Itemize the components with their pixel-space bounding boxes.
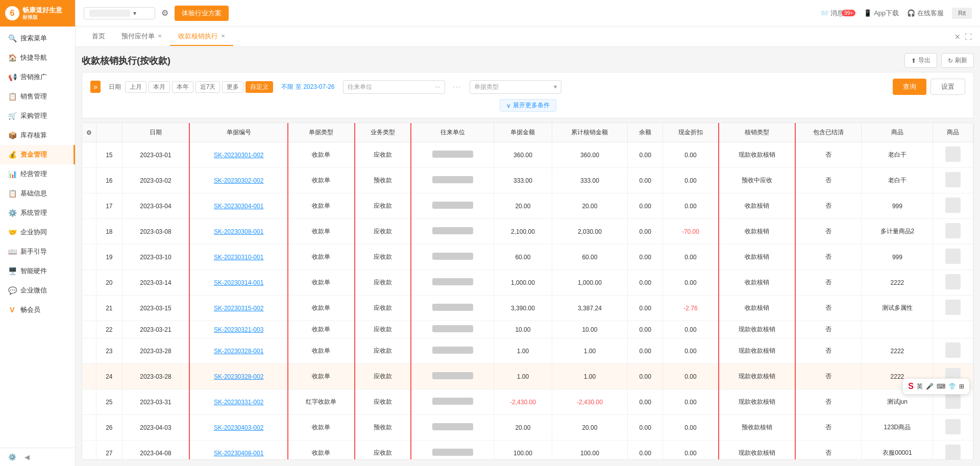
cell-bill-type: 收款单 bbox=[288, 244, 354, 270]
cell-accum-amount: 100.00 bbox=[552, 440, 628, 460]
cell-date: 2023-03-28 bbox=[122, 364, 189, 389]
sidebar-item-member[interactable]: V 畅会员 bbox=[0, 300, 75, 320]
more-btn[interactable]: 更多 bbox=[222, 81, 243, 93]
bill-no-link[interactable]: SK-20230328-001 bbox=[214, 348, 263, 355]
tab-prepay-close[interactable]: ✕ bbox=[158, 33, 162, 39]
keyboard-icon[interactable]: ⌨ bbox=[937, 383, 945, 390]
phone-icon: 📱 bbox=[864, 9, 872, 17]
bill-no-link[interactable]: SK-20230304-001 bbox=[214, 203, 263, 210]
tab-collect-exec[interactable]: 收款核销执行 ✕ bbox=[170, 28, 233, 46]
sidebar-item-quick-nav[interactable]: 🏠 快捷导航 bbox=[0, 48, 75, 67]
tab-prepay[interactable]: 预付应付单 ✕ bbox=[113, 28, 170, 46]
wechat-icon: 💬 bbox=[8, 286, 16, 295]
cell-seq: 27 bbox=[96, 440, 122, 460]
bill-no-link[interactable]: SK-20230310-001 bbox=[214, 254, 263, 261]
cell-balance: 0.00 bbox=[628, 389, 663, 415]
bill-type-filter[interactable]: 单据类型 ▾ bbox=[470, 80, 561, 94]
bill-no-link[interactable]: SK-20230331-002 bbox=[214, 399, 263, 406]
bill-no-link[interactable]: SK-20230328-002 bbox=[214, 373, 263, 380]
th-bill-no: 单据编号 bbox=[189, 123, 288, 142]
bill-no-link[interactable]: SK-20230321-003 bbox=[214, 326, 263, 333]
column-settings-icon[interactable]: ⚙ bbox=[86, 129, 92, 136]
custom-btn[interactable]: 自定义 bbox=[246, 81, 273, 93]
cell-partner bbox=[411, 389, 494, 415]
sidebar-settings-btn[interactable]: ⚙️ bbox=[8, 453, 16, 461]
th-cash-discount: 现金折扣 bbox=[663, 123, 719, 142]
tab-prepay-label: 预付应付单 bbox=[121, 32, 155, 41]
page-content: 收款核销执行(按收款) ⬆ 导出 ↻ 刷新 » 日期 bbox=[76, 47, 980, 466]
cell-seq: 23 bbox=[96, 338, 122, 364]
sidebar-item-operations[interactable]: 📊 经营管理 bbox=[0, 164, 75, 184]
this-year-btn[interactable]: 本年 bbox=[172, 81, 193, 93]
tab-expand-icon[interactable]: ⛶ bbox=[965, 33, 972, 41]
sidebar-collapse-btn[interactable]: ◀ bbox=[24, 453, 30, 461]
sidebar-item-enterprise[interactable]: 🤝 企业协同 bbox=[0, 223, 75, 242]
query-button[interactable]: 查询 bbox=[893, 79, 926, 95]
sidebar-item-hardware[interactable]: 🖥️ 智能硬件 bbox=[0, 261, 75, 281]
cell-product1: 2222 bbox=[862, 270, 933, 296]
app-download-item[interactable]: 📱 App下载 bbox=[864, 9, 899, 18]
bill-no-link[interactable]: SK-20230302-002 bbox=[214, 177, 263, 184]
expand-more-btn[interactable]: ∨ 展开更多条件 bbox=[500, 99, 556, 112]
filter-expand-toggle[interactable]: » bbox=[90, 81, 101, 93]
cell-settings bbox=[82, 168, 96, 193]
export-button[interactable]: ⬆ 导出 bbox=[904, 53, 937, 68]
setting-button[interactable]: 设置 bbox=[930, 79, 965, 95]
cell-settings bbox=[82, 270, 96, 296]
sidebar-item-guide[interactable]: 📖 新手引导 bbox=[0, 242, 75, 261]
sidebar-item-inventory[interactable]: 📦 库存核算 bbox=[0, 126, 75, 145]
sidebar-item-purchase[interactable]: 🛒 采购管理 bbox=[0, 106, 75, 126]
cell-balance: 0.00 bbox=[628, 193, 663, 219]
th-settings[interactable]: ⚙ bbox=[82, 123, 96, 142]
cell-include-settled: 否 bbox=[795, 270, 862, 296]
online-service-item[interactable]: 🎧 在线客服 bbox=[907, 9, 944, 18]
messages-item[interactable]: 📨 消息 99+ bbox=[820, 9, 855, 18]
sidebar-label-finance: 资金管理 bbox=[20, 150, 47, 159]
cell-partner bbox=[411, 270, 494, 296]
bill-no-link[interactable]: SK-20230403-002 bbox=[214, 424, 263, 431]
refresh-button[interactable]: ↻ 刷新 bbox=[941, 53, 974, 68]
bill-no-link[interactable]: SK-20230308-001 bbox=[214, 228, 263, 235]
sidebar-item-basic[interactable]: 📋 基础信息 bbox=[0, 184, 75, 203]
last-month-btn[interactable]: 上月 bbox=[125, 81, 146, 93]
sidebar-label-guide: 新手引导 bbox=[20, 247, 47, 256]
main-area: ▾ ⚙ 体验行业方案 📨 消息 99+ 📱 App下载 🎧 在线客服 Rit bbox=[76, 0, 980, 466]
cell-biz-type: 应收款 bbox=[355, 389, 411, 415]
sidebar-bottom: ⚙️ ◀ bbox=[0, 448, 75, 466]
sidebar-item-wechat[interactable]: 💬 企业微信 bbox=[0, 281, 75, 300]
cell-bill-no: SK-20230308-001 bbox=[189, 219, 288, 244]
date-range-display: 不限 至 2023-07-26 bbox=[281, 83, 334, 91]
this-month-btn[interactable]: 本月 bbox=[149, 81, 170, 93]
bill-no-link[interactable]: SK-20230315-002 bbox=[214, 305, 263, 312]
user-label[interactable]: Rit bbox=[952, 8, 972, 19]
sidebar-item-finance[interactable]: 💰 资金管理 bbox=[0, 145, 75, 164]
tab-close-all-icon[interactable]: ✕ bbox=[954, 33, 961, 41]
cell-cash-discount: -70.00 bbox=[663, 219, 719, 244]
selector-chevron-icon: ▾ bbox=[133, 10, 136, 17]
cell-cancel-type: 现款收款核销 bbox=[719, 338, 795, 364]
grid-icon[interactable]: ⊞ bbox=[959, 383, 964, 390]
tab-collect-close[interactable]: ✕ bbox=[221, 33, 225, 39]
last-7days-btn[interactable]: 近7天 bbox=[195, 81, 220, 93]
cell-bill-amount: 20.00 bbox=[494, 193, 552, 219]
app-name: 畅康道好生意 bbox=[22, 6, 62, 14]
cell-biz-type: 应收款 bbox=[355, 193, 411, 219]
sidebar-item-sales[interactable]: 📋 销售管理 bbox=[0, 87, 75, 106]
bill-no-link[interactable]: SK-20230301-002 bbox=[214, 152, 263, 159]
sidebar-item-system[interactable]: ⚙️ 系统管理 bbox=[0, 203, 75, 223]
shirt-icon[interactable]: 👕 bbox=[948, 383, 956, 390]
bill-no-link[interactable]: SK-20230408-001 bbox=[214, 450, 263, 457]
tab-home[interactable]: 首页 bbox=[84, 28, 113, 46]
sidebar-item-marketing[interactable]: 📢 营销推广 bbox=[0, 67, 75, 87]
sidebar-label-purchase: 采购管理 bbox=[20, 111, 47, 120]
bill-no-link[interactable]: SK-20230314-001 bbox=[214, 279, 263, 286]
solution-button[interactable]: 体验行业方案 bbox=[175, 6, 229, 21]
cell-bill-type: 收款单 bbox=[288, 193, 354, 219]
partner-filter[interactable]: 往来单位 ··· bbox=[343, 80, 445, 94]
filter-date-btns: 上月 本月 本年 近7天 更多 自定义 bbox=[125, 81, 274, 93]
gear-icon[interactable]: ⚙ bbox=[161, 8, 168, 18]
enterprise-icon: 🤝 bbox=[8, 228, 16, 236]
company-selector[interactable]: ▾ bbox=[84, 7, 155, 19]
mic-icon[interactable]: 🎤 bbox=[926, 383, 934, 390]
sidebar-item-search[interactable]: 🔍 搜索菜单 bbox=[0, 29, 75, 48]
